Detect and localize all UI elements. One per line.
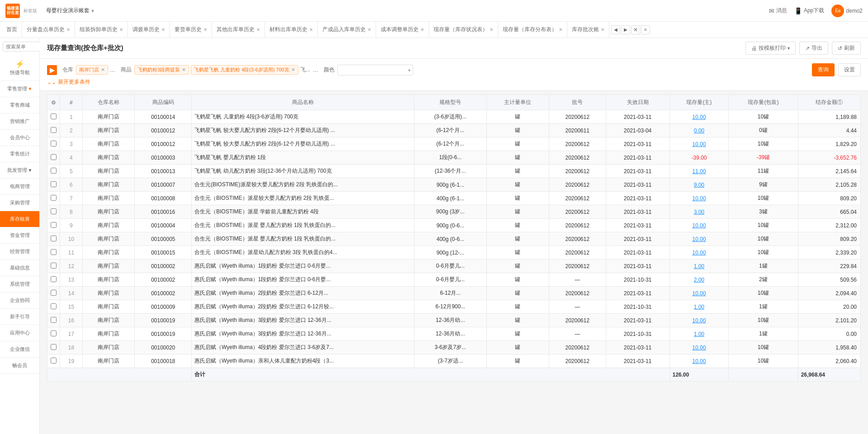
row-checkbox[interactable]	[51, 249, 57, 255]
tab-material[interactable]: 材料出库单历史 ✕	[265, 22, 318, 38]
row-qty-main[interactable]: 10.00	[670, 354, 729, 368]
row-checkbox-cell[interactable]	[47, 192, 60, 205]
row-checkbox-cell[interactable]	[47, 110, 60, 124]
sidebar-item-guide[interactable]: 新手引导	[0, 309, 39, 325]
sidebar-item-inventory[interactable]: 库存核算	[0, 211, 39, 227]
tab-close-batch[interactable]: ✕	[601, 27, 604, 32]
row-checkbox[interactable]	[51, 276, 57, 282]
tab-cost[interactable]: 成本调整单历史 ✕	[376, 22, 429, 38]
row-checkbox-cell[interactable]	[47, 165, 60, 178]
tab-close-split[interactable]: ✕	[66, 27, 70, 32]
tab-batch-ledger[interactable]: 库存批次账 ✕	[567, 22, 609, 38]
tab-other-out[interactable]: 其他出库单历史 ✕	[212, 22, 265, 38]
filter-tag-product1-close[interactable]: ✕	[182, 67, 186, 73]
row-qty-main[interactable]: 10.00	[670, 341, 729, 354]
app-download-btn[interactable]: 📱 App下载	[794, 7, 824, 14]
row-qty-main[interactable]: 10.00	[670, 287, 729, 300]
sidebar-item-retail-shop[interactable]: 零售商城	[0, 97, 39, 113]
color-input[interactable]	[337, 65, 413, 75]
row-qty-main[interactable]: 0.00	[670, 124, 729, 137]
settings-btn[interactable]: 设置	[838, 63, 861, 76]
row-checkbox[interactable]	[51, 168, 57, 174]
tab-mix[interactable]: 调拨单历史 ✕	[128, 22, 170, 38]
tab-close-mix[interactable]: ✕	[161, 27, 165, 32]
tab-nav-more[interactable]: ≡	[641, 25, 650, 34]
refresh-btn[interactable]: ↺ 刷新	[832, 42, 861, 55]
row-checkbox[interactable]	[51, 303, 57, 309]
tab-close-other-out[interactable]: ✕	[256, 27, 260, 32]
row-qty-main[interactable]: 10.00	[670, 110, 729, 124]
row-qty-main[interactable]: 10.00	[670, 246, 729, 259]
row-qty-main[interactable]: 11.00	[670, 165, 729, 178]
template-print-btn[interactable]: 🖨 按模板打印 ▾	[745, 42, 796, 55]
sidebar-item-marketing[interactable]: 营销推广	[0, 113, 39, 130]
tab-nav-close[interactable]: ✕	[631, 25, 640, 34]
tab-close-inv-status[interactable]: ✕	[490, 27, 493, 32]
filter-product-more[interactable]: 飞...	[300, 66, 310, 74]
row-checkbox-cell[interactable]	[47, 354, 60, 368]
row-checkbox[interactable]	[51, 181, 57, 187]
row-checkbox-cell[interactable]	[47, 151, 60, 165]
row-checkbox[interactable]	[51, 317, 57, 323]
row-checkbox[interactable]	[51, 222, 57, 228]
filter-tag-warehouse-close[interactable]: ✕	[101, 67, 105, 73]
tab-product-in[interactable]: 产成品入库单历史 ✕	[318, 22, 376, 38]
query-btn[interactable]: 查询	[812, 63, 835, 76]
expand-more-btn[interactable]: ⌄⌄ 展开更多条件	[47, 78, 861, 86]
row-qty-main[interactable]: 10.00	[670, 314, 729, 327]
row-checkbox[interactable]	[51, 263, 57, 269]
row-checkbox[interactable]	[51, 208, 57, 214]
tab-split-history[interactable]: 分量盘点单历史 ✕	[22, 22, 75, 38]
row-qty-main[interactable]: 10.00	[670, 192, 729, 205]
tab-close-material[interactable]: ✕	[309, 27, 313, 32]
row-checkbox[interactable]	[51, 290, 57, 296]
row-checkbox[interactable]	[51, 127, 57, 133]
row-checkbox[interactable]	[51, 154, 57, 160]
tab-close-demand[interactable]: ✕	[203, 27, 207, 32]
tab-disassembly[interactable]: 组装拆卸单历史 ✕	[75, 22, 128, 38]
tab-demand[interactable]: 要货单历史 ✕	[170, 22, 212, 38]
sidebar-item-enterprise[interactable]: 企业协同	[0, 292, 39, 309]
tab-home[interactable]: 首页	[2, 22, 22, 38]
sidebar-item-apps[interactable]: 应用中心	[0, 325, 39, 341]
tab-close-disassembly[interactable]: ✕	[119, 27, 123, 32]
row-checkbox-cell[interactable]	[47, 137, 60, 151]
row-checkbox[interactable]	[51, 236, 57, 241]
settings-icon[interactable]: ⚙	[51, 99, 56, 106]
row-qty-main[interactable]: -39.00	[670, 151, 729, 165]
filter-product-dots[interactable]: …	[313, 67, 318, 73]
user-area[interactable]: Ea demo2	[831, 5, 863, 17]
row-checkbox-cell[interactable]	[47, 300, 60, 314]
row-qty-main[interactable]: 1.00	[670, 327, 729, 341]
tab-nav-next[interactable]: ▶	[621, 25, 630, 34]
row-checkbox[interactable]	[51, 113, 57, 119]
row-qty-main[interactable]: 10.00	[670, 219, 729, 232]
row-checkbox-cell[interactable]	[47, 232, 60, 246]
sidebar-item-purchase[interactable]: 采购管理	[0, 195, 39, 211]
tab-close-inv-dist[interactable]: ✕	[559, 27, 562, 32]
row-checkbox-cell[interactable]	[47, 259, 60, 273]
tab-nav-prev[interactable]: ◀	[611, 25, 620, 34]
row-qty-main[interactable]: 10.00	[670, 137, 729, 151]
row-qty-main[interactable]: 3.00	[670, 205, 729, 219]
sidebar-item-retail[interactable]: 零售管理 ▼	[0, 81, 39, 97]
row-checkbox-cell[interactable]	[47, 327, 60, 341]
tab-inventory-dist[interactable]: 现存量（库存分布表） ✕	[498, 22, 567, 38]
sidebar-item-basic[interactable]: 基础信息	[0, 260, 39, 276]
row-qty-main[interactable]: 1.00	[670, 259, 729, 273]
sidebar-item-quick-nav[interactable]: ⚡ 快捷导航	[0, 55, 39, 81]
row-checkbox-cell[interactable]	[47, 178, 60, 192]
sidebar-item-operations[interactable]: 经营管理	[0, 244, 39, 260]
sidebar-item-vip[interactable]: 畅会员	[0, 358, 39, 374]
filter-tag-product2-close[interactable]: ✕	[291, 67, 295, 73]
row-checkbox[interactable]	[51, 195, 57, 201]
row-checkbox-cell[interactable]	[47, 314, 60, 327]
account-selector[interactable]: 母婴行业演示账套 ▾	[46, 7, 94, 14]
sidebar-item-system[interactable]: 系统管理	[0, 276, 39, 292]
row-checkbox[interactable]	[51, 344, 57, 350]
row-checkbox-cell[interactable]	[47, 124, 60, 137]
table-wrapper[interactable]: ⚙ # 仓库名称 商品编码 商品名称 规格型号 主计量单位 批号 失效日期 现存…	[40, 91, 868, 434]
tab-close-product-in[interactable]: ✕	[368, 27, 371, 32]
row-checkbox[interactable]	[51, 330, 57, 336]
row-checkbox-cell[interactable]	[47, 246, 60, 259]
